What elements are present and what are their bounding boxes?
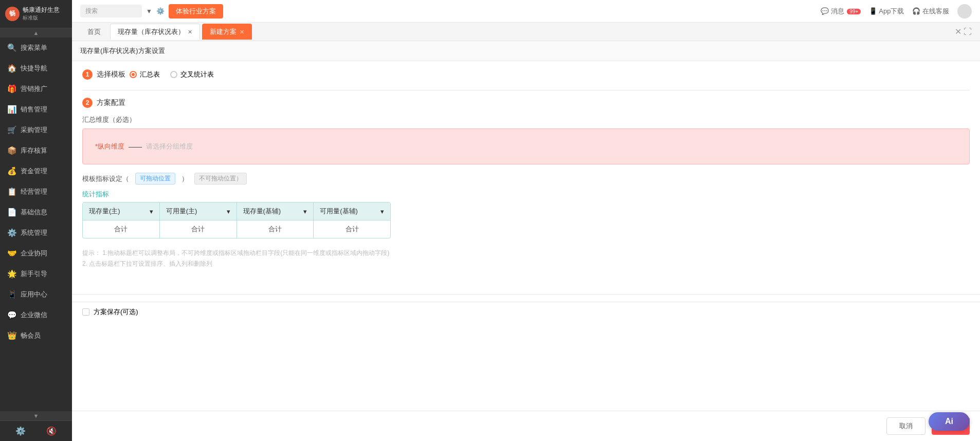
stats-col-1-dropdown[interactable]: ▾	[150, 208, 153, 215]
ai-float-button[interactable]: Ai	[929, 412, 970, 431]
sidebar-item-app-center[interactable]: 📱 应用中心	[0, 284, 72, 305]
trial-button[interactable]: 体验行业方案	[169, 4, 223, 19]
tab-new-plan-label: 新建方案	[210, 27, 237, 36]
radio-summary-circle	[130, 71, 137, 78]
stats-col-2-header[interactable]: 可用量(主) ▾	[160, 203, 237, 220]
stats-col-4-label: 可用量(基辅)	[320, 207, 358, 216]
system-label: 系统管理	[21, 228, 47, 237]
search-menu-icon: 🔍	[7, 43, 16, 52]
stats-table: 现存量(主) ▾ 可用量(主) ▾ 现存量(基辅) ▾	[82, 202, 391, 238]
message-badge: 99+	[847, 9, 861, 14]
guide-icon: 🌟	[7, 269, 16, 279]
stats-col-4-header[interactable]: 可用量(基辅) ▾	[314, 203, 390, 220]
sidebar-item-member[interactable]: 👑 畅会员	[0, 325, 72, 346]
indicator-settings: 模板指标设定（ 可拖动位置 ） 不可拖动位置） 统计指标 现存量(主) ▾	[82, 173, 970, 268]
inventory-label: 库存核算	[21, 146, 47, 155]
dim-placeholder: 请选择分组维度	[146, 142, 193, 151]
online-service-link[interactable]: 🎧 在线客服	[912, 7, 949, 16]
logo-badge: 标准版	[23, 14, 60, 22]
marketing-icon: 🎁	[7, 84, 16, 94]
sidebar-item-search-menu[interactable]: 🔍 搜索菜单	[0, 38, 72, 58]
purchase-icon: 🛒	[7, 125, 16, 135]
badge-draggable: 可拖动位置	[135, 173, 175, 185]
topbar-right: 💬 消息 99+ 📱 App下载 🎧 在线客服	[821, 4, 972, 19]
main-area: 搜索 ▼ ⚙️ 体验行业方案 💬 消息 99+ 📱 App下载 🎧 在线客服 首…	[72, 0, 980, 441]
sidebar-nav: 🔍 搜索菜单 🏠 快捷导航 🎁 营销推广 📊 销售管理 🛒 采购管理 📦 库存核…	[0, 38, 72, 411]
form-body: 1 选择模板 汇总表 交叉统计表	[72, 61, 980, 287]
sidebar-item-quick-nav[interactable]: 🏠 快捷导航	[0, 58, 72, 79]
settings-icon[interactable]: ⚙️	[15, 426, 26, 436]
sidebar-scroll-up[interactable]: ▲	[0, 28, 72, 38]
sidebar-item-finance[interactable]: 💰 资金管理	[0, 161, 72, 181]
stats-col-2-dropdown[interactable]: ▾	[227, 208, 230, 215]
sidebar-item-inventory[interactable]: 📦 库存核算	[0, 140, 72, 161]
finance-label: 资金管理	[21, 167, 47, 176]
sidebar-item-sales[interactable]: 📊 销售管理	[0, 99, 72, 120]
step1-title: 选择模板	[97, 70, 125, 79]
topbar-gear-icon[interactable]: ⚙️	[156, 7, 165, 15]
sidebar-item-purchase[interactable]: 🛒 采购管理	[0, 120, 72, 140]
tab-inventory-status[interactable]: 现存量（库存状况表） ✕	[110, 24, 200, 40]
sidebar-item-guide[interactable]: 🌟 新手引导	[0, 264, 72, 284]
topbar-left: 搜索 ▼ ⚙️ 体验行业方案	[80, 4, 814, 19]
sidebar-scroll-down[interactable]: ▼	[0, 411, 72, 420]
bottom-bar: 取消 查询	[72, 411, 980, 441]
divider-1	[82, 90, 970, 90]
sidebar-bottom: ⚙️ 🔇	[0, 420, 72, 441]
radio-summary-label: 汇总表	[140, 70, 160, 79]
quick-nav-icon: 🏠	[7, 64, 16, 73]
sidebar-item-wechat[interactable]: 💬 企业微信	[0, 305, 72, 325]
ai-label: Ai	[945, 417, 953, 426]
stats-cell-1-2: 合计	[160, 220, 237, 238]
tab-inventory-close-icon[interactable]: ✕	[188, 29, 192, 35]
dimension-config-area[interactable]: *纵向维度 —— 请选择分组维度	[82, 128, 970, 164]
operation-label: 经营管理	[21, 187, 47, 196]
sidebar: 畅 畅康通好生意 标准版 ▲ 🔍 搜索菜单 🏠 快捷导航 🎁 营销推广 📊 销售…	[0, 0, 72, 441]
member-label: 畅会员	[21, 331, 41, 340]
tab-new-plan[interactable]: 新建方案 ✕	[202, 24, 252, 40]
topbar-dropdown-icon[interactable]: ▼	[146, 8, 152, 15]
step2-num: 2	[82, 98, 93, 108]
tips-area: 提示： 1.拖动标题栏可以调整布局，不可跨维度或指标区域拖动栏目字段(只能在同一…	[82, 249, 970, 268]
radio-cross[interactable]: 交叉统计表	[170, 70, 214, 79]
tabs-bar: 首页 现存量（库存状况表） ✕ 新建方案 ✕ ✕ ⛶	[72, 23, 980, 41]
audio-icon[interactable]: 🔇	[46, 426, 57, 436]
stats-col-3-dropdown[interactable]: ▾	[303, 208, 307, 215]
message-icon[interactable]: 💬 消息 99+	[821, 7, 861, 16]
logo: 畅 畅康通好生意 标准版	[0, 0, 72, 28]
tabs-expand-button[interactable]: ⛶	[964, 27, 972, 36]
tabs-close-button[interactable]: ✕	[955, 27, 961, 36]
sidebar-item-enterprise[interactable]: 🤝 企业协同	[0, 243, 72, 264]
stats-col-4-dropdown[interactable]: ▾	[380, 208, 384, 215]
base-info-label: 基础信息	[21, 208, 47, 217]
user-avatar[interactable]	[957, 4, 972, 19]
indicator-sep: ）	[182, 174, 188, 183]
badge-not-draggable: 不可拖动位置）	[194, 173, 247, 185]
stats-cell-1-4: 合计	[314, 220, 390, 238]
stats-title: 统计指标	[82, 190, 970, 199]
save-checkbox[interactable]	[82, 308, 89, 316]
stats-col-2-label: 可用量(主)	[166, 207, 197, 216]
sidebar-item-marketing[interactable]: 🎁 营销推广	[0, 79, 72, 99]
tab-new-plan-close-icon[interactable]: ✕	[240, 29, 244, 35]
stats-col-3-header[interactable]: 现存量(基辅) ▾	[237, 203, 314, 220]
sidebar-item-system[interactable]: ⚙️ 系统管理	[0, 223, 72, 243]
stats-table-row-1: 合计 合计 合计 合计	[83, 220, 390, 238]
cancel-button[interactable]: 取消	[886, 417, 925, 435]
tab-home[interactable]: 首页	[80, 24, 108, 40]
topbar-search-display: 搜索	[80, 5, 142, 17]
sales-icon: 📊	[7, 105, 16, 114]
template-radio-group: 汇总表 交叉统计表	[130, 70, 214, 79]
summary-dim-label: 汇总维度（必选）	[82, 115, 970, 124]
member-icon: 👑	[7, 331, 16, 340]
tab-home-label: 首页	[87, 27, 101, 36]
sidebar-item-operation[interactable]: 📋 经营管理	[0, 181, 72, 202]
app-download-link[interactable]: 📱 App下载	[869, 7, 904, 16]
radio-summary[interactable]: 汇总表	[130, 70, 160, 79]
sales-label: 销售管理	[21, 105, 47, 114]
stats-cell-1-3: 合计	[237, 220, 314, 238]
save-label: 方案保存(可选)	[94, 307, 138, 317]
stats-col-1-header[interactable]: 现存量(主) ▾	[83, 203, 160, 220]
logo-text: 畅康通好生意	[23, 6, 60, 14]
sidebar-item-base-info[interactable]: 📄 基础信息	[0, 202, 72, 223]
